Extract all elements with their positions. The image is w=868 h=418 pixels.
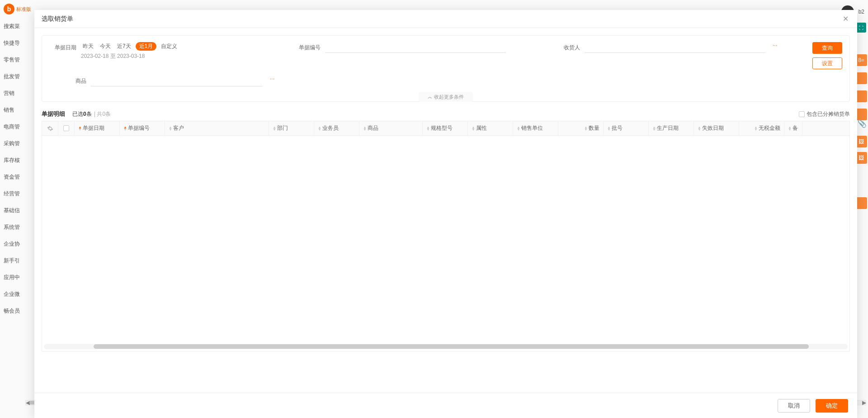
column-label: 失效日期 [702, 124, 724, 132]
column-header[interactable]: ▲▼单据日期 [75, 121, 120, 135]
filter-date-label: 单据日期 [49, 42, 76, 52]
filter-action-buttons: 查询 设置 [812, 42, 842, 69]
column-header[interactable]: ▲▼部门 [269, 121, 314, 135]
select-all-checkbox[interactable] [58, 121, 75, 135]
date-range-option[interactable]: 今天 [98, 42, 113, 51]
column-label: 规格型号 [431, 124, 453, 132]
column-header[interactable]: ▲▼销售单位 [513, 121, 558, 135]
table-horizontal-scrollbar[interactable] [44, 344, 848, 349]
sort-icon[interactable]: ▲▼ [584, 126, 588, 131]
filter-goods-more-icon[interactable]: ··· [270, 76, 274, 82]
column-label: 单据编号 [128, 124, 150, 132]
column-header[interactable]: ▲▼失效日期 [694, 121, 739, 135]
column-label: 商品 [368, 124, 378, 132]
checkbox-icon[interactable] [799, 111, 805, 117]
sort-icon[interactable]: ▲▼ [788, 126, 792, 131]
column-header[interactable]: ▲▼无税金额 [739, 121, 784, 135]
column-header[interactable]: ▲▼生产日期 [649, 121, 694, 135]
cancel-button[interactable]: 取消 [778, 399, 810, 413]
date-range-option[interactable]: 近1月 [136, 42, 157, 51]
gear-icon [47, 125, 53, 132]
sort-icon[interactable]: ▲▼ [169, 126, 172, 131]
select-sales-order-modal: 选取销货单 ✕ 单据日期 昨天今天近7天近1月自定义 2023-02-18 至 … [34, 10, 857, 418]
close-icon[interactable]: ✕ [841, 14, 850, 24]
sort-icon[interactable]: ▲▼ [123, 126, 127, 131]
column-header[interactable]: ▲▼规格型号 [423, 121, 468, 135]
column-header[interactable]: ▲▼批号 [604, 121, 649, 135]
filter-code-input[interactable] [325, 42, 506, 53]
column-label: 销售单位 [521, 124, 543, 132]
sort-icon[interactable]: ▲▼ [273, 126, 276, 131]
filter-receiver-more-icon[interactable]: ··· [773, 42, 777, 48]
column-label: 属性 [476, 124, 487, 132]
filter-code-label: 单据编号 [293, 42, 321, 52]
column-settings-button[interactable] [42, 121, 58, 135]
ok-button[interactable]: 确定 [816, 399, 848, 413]
table: ▲▼单据日期▲▼单据编号▲▼客户▲▼部门▲▼业务员▲▼商品▲▼规格型号▲▼属性▲… [42, 121, 850, 352]
column-header[interactable]: ▲▼商品 [359, 121, 423, 135]
column-label: 生产日期 [657, 124, 679, 132]
date-quick-options: 昨天今天近7天近1月自定义 [81, 42, 179, 51]
column-label: 数量 [589, 124, 599, 132]
column-label: 备 [793, 124, 798, 132]
column-header[interactable]: ▲▼数量 [558, 121, 604, 135]
modal-title: 选取销货单 [42, 15, 73, 23]
column-label: 业务员 [322, 124, 339, 132]
sort-icon[interactable]: ▲▼ [318, 126, 321, 131]
checkbox-icon[interactable] [63, 125, 69, 131]
column-label: 部门 [277, 124, 288, 132]
collapse-conditions-button[interactable]: ︽ 收起更多条件 [419, 92, 473, 102]
sort-icon[interactable]: ▲▼ [426, 126, 430, 131]
column-label: 无税金额 [759, 124, 780, 132]
filter-receiver-group: 收货人 ··· [553, 42, 794, 69]
modal-body: 单据日期 昨天今天近7天近1月自定义 2023-02-18 至 2023-03-… [34, 28, 857, 393]
column-header[interactable]: ▲▼单据编号 [120, 121, 165, 135]
column-label: 客户 [173, 124, 184, 132]
sort-icon[interactable]: ▲▼ [698, 126, 701, 131]
filter-panel: 单据日期 昨天今天近7天近1月自定义 2023-02-18 至 2023-03-… [42, 35, 850, 102]
filter-goods-group: 商品 ··· [49, 76, 275, 86]
column-label: 单据日期 [83, 124, 104, 132]
filter-date-group: 单据日期 昨天今天近7天近1月自定义 2023-02-18 至 2023-03-… [49, 42, 275, 69]
chevron-up-icon: ︽ [428, 94, 432, 100]
date-range-option[interactable]: 自定义 [159, 42, 179, 51]
filter-receiver-label: 收货人 [553, 42, 580, 52]
column-header[interactable]: ▲▼备 [784, 121, 802, 135]
column-label: 批号 [612, 124, 623, 132]
include-split-checkbox[interactable]: 包含已分摊销货单 [799, 110, 850, 118]
sort-icon[interactable]: ▲▼ [607, 126, 611, 131]
filter-goods-input[interactable] [91, 76, 263, 86]
column-header[interactable]: ▲▼业务员 [314, 121, 359, 135]
column-header[interactable]: ▲▼客户 [165, 121, 269, 135]
search-button[interactable]: 查询 [812, 42, 842, 54]
filter-goods-label: 商品 [49, 76, 86, 85]
sort-icon[interactable]: ▲▼ [472, 126, 475, 131]
date-range-option[interactable]: 近7天 [115, 42, 133, 51]
sort-icon[interactable]: ▲▼ [78, 126, 82, 131]
sort-icon[interactable]: ▲▼ [652, 126, 656, 131]
sort-icon[interactable]: ▲▼ [754, 126, 758, 131]
settings-button[interactable]: 设置 [812, 57, 842, 69]
sort-icon[interactable]: ▲▼ [517, 126, 520, 131]
filter-receiver-input[interactable] [585, 42, 765, 53]
selected-count: 已选0条 | 共0条 [72, 110, 111, 118]
table-header: ▲▼单据日期▲▼单据编号▲▼客户▲▼部门▲▼业务员▲▼商品▲▼规格型号▲▼属性▲… [42, 121, 849, 136]
filter-code-group: 单据编号 [293, 42, 535, 69]
modal-footer: 取消 确定 [34, 393, 857, 418]
tabs-row: 单据明细 已选0条 | 共0条 包含已分摊销货单 [42, 105, 850, 121]
table-scroll-thumb[interactable] [94, 344, 809, 349]
tab-detail[interactable]: 单据明细 [42, 110, 65, 118]
modal-header: 选取销货单 ✕ [34, 10, 857, 28]
column-header[interactable]: ▲▼属性 [468, 121, 513, 135]
date-range-text: 2023-02-18 至 2023-03-18 [81, 52, 179, 60]
sort-icon[interactable]: ▲▼ [363, 126, 367, 131]
date-range-option[interactable]: 昨天 [81, 42, 95, 51]
